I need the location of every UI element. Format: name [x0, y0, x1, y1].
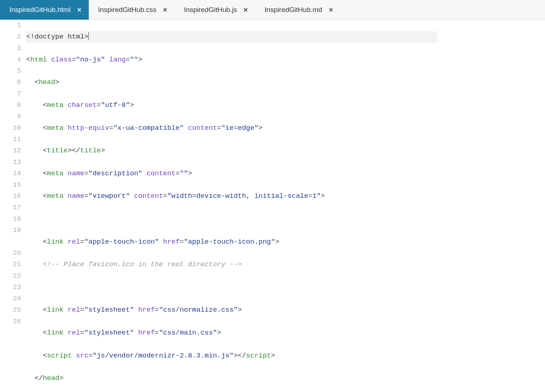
line-gutter: 1 2 3 4 5 6 7 8 9 10 11 12 13 14 15 16 1… — [0, 20, 26, 392]
line-number: 21 — [0, 259, 21, 270]
line-number: 15 — [0, 179, 21, 191]
code-line: <meta name="description" content=""> — [26, 168, 437, 179]
code-line: <title></title> — [26, 145, 437, 156]
close-icon[interactable]: × — [244, 6, 248, 13]
code-line: <!-- Place favicon.ico in the root direc… — [26, 259, 437, 270]
code-line: <script src="js/vendor/modernizr-2.8.3.m… — [26, 350, 437, 361]
code-line: <html class="no-js" lang=""> — [26, 54, 437, 65]
tab-label: InspiredGitHub.md — [264, 6, 322, 14]
code-line: <head> — [26, 77, 437, 88]
close-icon[interactable]: × — [329, 6, 333, 13]
cursor-icon — [88, 32, 89, 40]
editor[interactable]: 1 2 3 4 5 6 7 8 9 10 11 12 13 14 15 16 1… — [0, 20, 545, 392]
line-number: 4 — [0, 54, 21, 65]
line-number: 20 — [0, 248, 21, 259]
line-number: 14 — [0, 168, 21, 179]
line-number: 6 — [0, 77, 21, 88]
code-area[interactable]: <!doctype html> <html class="no-js" lang… — [26, 20, 437, 392]
code-line: <meta name="viewport" content="width=dev… — [26, 191, 437, 202]
line-number: 10 — [0, 123, 21, 134]
code-line — [26, 213, 437, 225]
code-line: <link rel="stylesheet" href="css/normali… — [26, 304, 437, 316]
tab-inspiredgithub-html[interactable]: InspiredGitHub.html × — [0, 0, 89, 20]
line-number: 12 — [0, 145, 21, 156]
code-line: <!doctype html> — [26, 31, 437, 43]
code-line: </head> — [26, 373, 437, 384]
tab-label: InspiredGitHub.html — [9, 6, 71, 14]
line-number: 3 — [0, 43, 21, 54]
line-number: 25 — [0, 304, 21, 316]
code-line — [26, 282, 437, 293]
close-icon[interactable]: × — [77, 6, 81, 13]
tab-label: InspiredGitHub.css — [98, 6, 157, 14]
line-number: 7 — [0, 88, 21, 100]
line-number — [0, 236, 21, 248]
code-line: <link rel="stylesheet" href="css/main.cs… — [26, 327, 437, 339]
line-number: 13 — [0, 157, 21, 168]
tab-inspiredgithub-md[interactable]: InspiredGitHub.md × — [255, 0, 340, 20]
tab-bar: InspiredGitHub.html × InspiredGitHub.css… — [0, 0, 545, 20]
tab-inspiredgithub-css[interactable]: InspiredGitHub.css × — [89, 0, 175, 20]
close-icon[interactable]: × — [163, 6, 167, 13]
code-line: <meta http-equiv="x-ua-compatible" conte… — [26, 123, 437, 134]
line-number: 2 — [0, 31, 21, 43]
line-number: 22 — [0, 271, 21, 282]
line-number: 19 — [0, 225, 21, 236]
line-number: 26 — [0, 316, 21, 327]
code-line: <meta charset="utf-8"> — [26, 100, 437, 111]
line-number: 5 — [0, 65, 21, 77]
line-number: 23 — [0, 282, 21, 293]
tab-inspiredgithub-js[interactable]: InspiredGitHub.js × — [175, 0, 255, 20]
line-number: 18 — [0, 213, 21, 225]
tab-label: InspiredGitHub.js — [184, 6, 237, 14]
line-number: 8 — [0, 100, 21, 111]
line-number: 16 — [0, 191, 21, 202]
line-number: 9 — [0, 111, 21, 122]
line-number: 24 — [0, 293, 21, 304]
line-number — [0, 327, 21, 339]
line-number: 17 — [0, 202, 21, 213]
line-number: 11 — [0, 134, 21, 145]
line-number: 1 — [0, 20, 21, 31]
code-line: <link rel="apple-touch-icon" href="apple… — [26, 236, 437, 248]
